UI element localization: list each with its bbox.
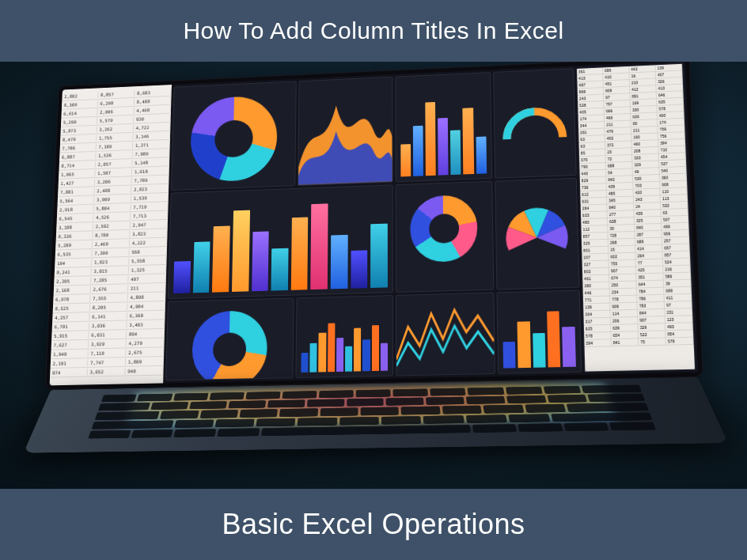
laptop-screen: /*filled below*/ 2,8028,8578,6838,3096,2… — [50, 62, 699, 385]
panel-bars-3 — [295, 295, 392, 378]
laptop-graphic: /*filled below*/ 2,8028,8578,6838,3096,2… — [28, 62, 747, 489]
laptop-keyboard — [24, 377, 729, 453]
panel-line-3 — [396, 293, 495, 376]
panel-gauge-1 — [493, 68, 577, 178]
panel-area-1 — [298, 77, 392, 186]
spreadsheet-left: /*filled below*/ 2,8028,8578,6838,3096,2… — [50, 85, 172, 385]
panel-bars-1 — [395, 72, 492, 182]
spreadsheet-right: 3616954431394134101640748745121032686990… — [576, 63, 696, 373]
footer-bar: Basic Excel Operations — [0, 489, 747, 560]
panel-pie-2 — [395, 180, 494, 293]
dashboard-grid: 3616954431394134101640748745121032686990… — [163, 62, 698, 383]
panel-bars-4 — [496, 290, 582, 374]
laptop-screen-frame: /*filled below*/ 2,8028,8578,6838,3096,2… — [45, 62, 703, 390]
page-subtitle: Basic Excel Operations — [222, 508, 525, 541]
panel-bigbars — [168, 184, 393, 299]
panel-donut-1 — [171, 81, 297, 190]
panel-fan — [495, 177, 579, 289]
panel-donut-3 — [165, 298, 294, 381]
page-title: How To Add Column Titles In Excel — [183, 17, 563, 44]
header-bar: How To Add Column Titles In Excel — [0, 0, 747, 62]
hero-scene: /*filled below*/ 2,8028,8578,6838,3096,2… — [0, 62, 747, 489]
